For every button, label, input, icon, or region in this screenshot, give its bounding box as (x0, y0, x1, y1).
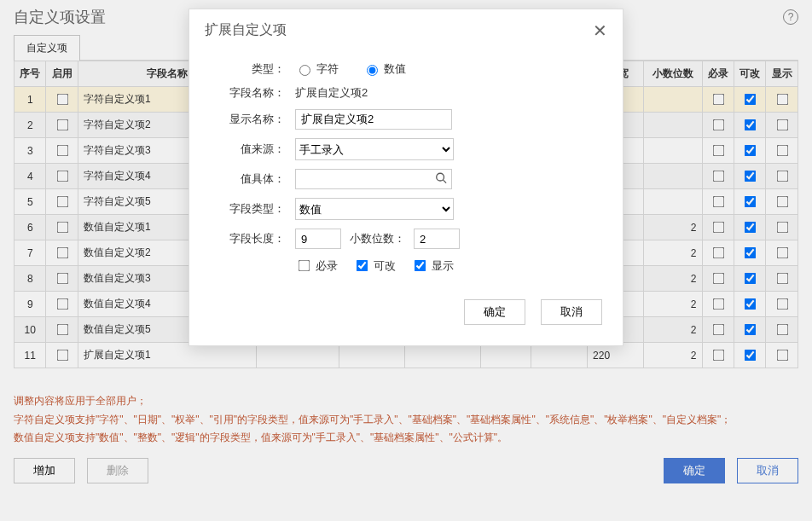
chk-show-label: 显示 (432, 258, 454, 274)
lbl-value-source: 值来源： (210, 142, 285, 157)
field-type-select[interactable]: 数值 (295, 198, 454, 220)
extend-custom-modal: 扩展自定义项 ✕ 类型： 字符 数值 字段名称： (188, 9, 624, 346)
decimals-input[interactable] (414, 229, 460, 249)
close-icon[interactable]: ✕ (593, 22, 607, 39)
lbl-type: 类型： (210, 61, 285, 77)
field-len-input[interactable] (295, 229, 341, 249)
field-name-value: 扩展自定义项2 (295, 85, 368, 101)
radio-type-num[interactable]: 数值 (362, 61, 406, 77)
modal-overlay: 扩展自定义项 ✕ 类型： 字符 数值 字段名称： (0, 0, 812, 521)
lbl-field-name: 字段名称： (210, 85, 285, 101)
radio-type-num-input[interactable] (367, 65, 378, 76)
display-name-input[interactable] (295, 109, 452, 130)
radio-type-char-label: 字符 (316, 61, 339, 77)
value-body-input[interactable] (295, 169, 452, 189)
chk-required-label: 必录 (316, 258, 338, 274)
value-source-select[interactable]: 手工录入 (295, 138, 454, 160)
lbl-decimals: 小数位数： (350, 231, 405, 246)
modal-cancel-button[interactable]: 取消 (541, 299, 602, 325)
radio-type-num-label: 数值 (384, 61, 406, 77)
chk-editable[interactable]: 可改 (353, 258, 396, 274)
chk-required-input[interactable] (299, 260, 310, 272)
chk-show-input[interactable] (415, 260, 426, 272)
modal-title: 扩展自定义项 (205, 21, 287, 39)
lbl-display-name: 显示名称： (210, 112, 285, 127)
lbl-field-len: 字段长度： (210, 231, 285, 246)
chk-editable-label: 可改 (374, 258, 396, 274)
lbl-value-body: 值具体： (210, 171, 285, 187)
radio-type-char[interactable]: 字符 (295, 61, 339, 77)
modal-ok-button[interactable]: 确定 (464, 299, 525, 325)
chk-show[interactable]: 显示 (411, 258, 454, 274)
chk-editable-input[interactable] (357, 260, 368, 272)
chk-required[interactable]: 必录 (295, 258, 338, 274)
radio-type-char-input[interactable] (299, 65, 310, 76)
lbl-field-type: 字段类型： (210, 201, 285, 217)
